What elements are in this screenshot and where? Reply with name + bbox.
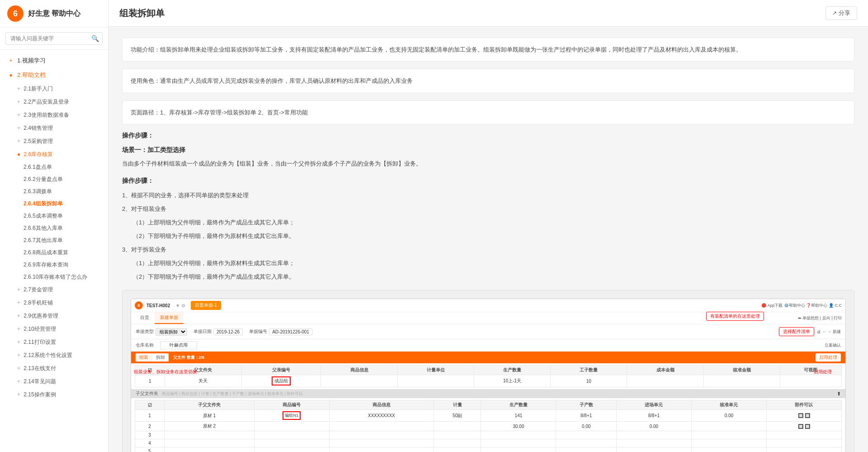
sidebar-item-gc2[interactable]: 2.6.2分量盘点单 (0, 173, 108, 186)
mock-section-header: 组装 拆卸 父文件 数量：2/6 启用处理 组装业务、拆卸业务在这里切换 启用处… (131, 352, 845, 363)
mock-tab-new[interactable]: 新建单据 (155, 312, 184, 324)
steps-list: 1、根据不同的业务，选择不同单据的类型来处理 2、对于组装业务 （1）上部明细为… (122, 190, 854, 283)
sidebar-item-gc5[interactable]: 2.6.5成本调整单 (0, 210, 108, 222)
cell-visual (780, 375, 841, 387)
plus-icon: + (7, 57, 14, 64)
mock-front-order-btn[interactable]: 前置单据-1 (191, 301, 221, 310)
mock-type-dropdown[interactable]: 组装拆卸 (156, 328, 187, 336)
function-intro-text: 功能介绍：组装拆卸单用来处理企业组装或拆卸等加工业务，支持有固定装配清单的产品加… (131, 46, 742, 53)
sidebar-item-new-label: 2.1新手入门 (24, 86, 53, 92)
sidebar-item-coupon[interactable]: + 2.9优惠券管理 (0, 309, 108, 323)
child-row2-folder: 原材 2 (165, 422, 255, 431)
mock-enable-btn[interactable]: 启用处理 (816, 353, 841, 362)
sidebar-item-purchase[interactable]: + 2.5采购管理 (0, 135, 108, 148)
minus-icon: ● (7, 71, 14, 79)
mock-warehouse-input[interactable]: 叶赫贞用 (160, 341, 197, 349)
sidebar-item-new[interactable]: + 2.1新手入门 (0, 82, 108, 95)
child-row2-num (254, 422, 329, 431)
col-check: ☑ (135, 366, 165, 375)
sidebar-item-print[interactable]: + 2.11打印设置 (0, 336, 108, 349)
child-col-folder: 子父文件夹 (165, 400, 255, 410)
mock-tab-home[interactable]: 自贡 (135, 312, 155, 324)
sidebar-item-video[interactable]: + 1.视频学习 (0, 53, 108, 68)
mock-confirm-btn[interactable]: 立案确认 (825, 343, 841, 348)
mock-topbar: 6 TEST-H002 ▼ ⚙ 前置单据-1 🔴 App下载 ⚙️帮助中心 ❓帮… (131, 299, 845, 312)
mock-date-field: 单据日期 2019-12-26 (193, 328, 243, 335)
child-row1-sub: 8/8+1 (556, 410, 616, 422)
minus-icon: ● (17, 151, 20, 157)
sidebar-item-docs[interactable]: ● 2.帮助文档 (0, 68, 108, 82)
table-row: 5 (135, 447, 842, 452)
child-row2-entry: 0.00 (616, 422, 691, 431)
sidebar-item-gc10[interactable]: 2.6.10库存账本错了怎么办 (0, 271, 108, 283)
mock-select-bom-btn[interactable]: 选择配件清单 (779, 327, 814, 336)
cell-approved-amt (703, 375, 780, 387)
sidebar-item-purchase-label: 2.5采购管理 (24, 138, 53, 144)
cell-worker-qty: 10 (551, 375, 627, 387)
content-area: 功能介绍：组装拆卸单用来处理企业组装或拆卸等加工业务，支持有固定装配清单的产品加… (108, 27, 868, 452)
sidebar-item-docs-label: 2.帮助文档 (17, 71, 46, 79)
sidebar-item-sales-label: 2.4销售管理 (24, 125, 53, 131)
sidebar-item-gc3[interactable]: 2.6.3调拨单 (0, 186, 108, 198)
mock-date-input[interactable]: 2019-12-26 (213, 328, 243, 335)
col-goods-info: 商品信息 (321, 366, 397, 375)
child-row1-produce: 141 (481, 410, 556, 422)
page-title: 组装拆卸单 (119, 7, 165, 19)
plus-icon: + (17, 86, 20, 92)
sidebar-item-mobile[interactable]: + 2.8手机旺铺 (0, 296, 108, 309)
child-row2-info (329, 422, 434, 431)
cell-cost-amt (627, 375, 703, 387)
mock-child-expand-icon[interactable]: ⬆ (837, 391, 841, 397)
mock-order-input[interactable]: AD-20191226-001 (269, 328, 312, 335)
nav-section-video: + 1.视频学习 (0, 53, 108, 68)
sidebar-item-gc1[interactable]: 2.6.1盘点单 (0, 161, 108, 173)
sidebar-item-gc7[interactable]: 2.6.7其他出库单 (0, 234, 108, 247)
cell-produce-qty: 10上-1天 (474, 375, 550, 387)
sidebar-item-sales[interactable]: + 2.4销售管理 (0, 122, 108, 135)
child-col-parts: 部件可以 (766, 400, 841, 410)
sidebar-item-inventory[interactable]: ● 2.6库存核算 (0, 148, 108, 161)
col-approved-amt: 核准金额 (703, 366, 780, 375)
col-parent-num: 父亲编号 (241, 366, 321, 375)
mock-switch-disassemble[interactable]: 拆卸 (152, 353, 169, 362)
sidebar-item-data[interactable]: + 2.3使用前数据准备 (0, 109, 108, 122)
child-row1-parts: 🔲 🔲 (766, 410, 841, 422)
sidebar-item-ops[interactable]: + 2.10经营管理 (0, 323, 108, 336)
mock-switch-assemble[interactable]: 组装 (136, 353, 152, 362)
step1: 1、根据不同的业务，选择不同单据的类型来处理 (122, 190, 854, 201)
sidebar-item-gc8[interactable]: 2.6.8商品成本重算 (0, 247, 108, 259)
share-button[interactable]: ↗ 分享 (826, 6, 857, 20)
main-header: 组装拆卸单 ↗ 分享 (108, 0, 868, 27)
sidebar-item-system[interactable]: + 2.12系统个性化设置 (0, 349, 108, 362)
scene1-desc-text: 当由多个子件材料组装成一个成品的业务为【组装】业务，当由一个父件拆分成多个子产品… (122, 158, 854, 170)
child-col-num: 商品编号 (254, 400, 329, 410)
search-input[interactable] (5, 32, 103, 45)
mock-type-label: 单据类型 (136, 328, 154, 335)
sidebar-item-faq[interactable]: + 2.14常见问题 (0, 375, 108, 388)
child-row2-sub: 0.00 (556, 422, 616, 431)
mock-form-area: 单据类型 组装拆卸 单据日期 2019-12-26 单据编号 AD-201912… (131, 324, 845, 339)
nav-grandchildren-inventory: 2.6.1盘点单 2.6.2分量盘点单 2.6.3调拨单 2.6.4组装拆卸单 … (0, 161, 108, 283)
plus-icon: + (17, 352, 20, 358)
nav-section-docs: ● 2.帮助文档 + 2.1新手入门 + 2.2产品安装及登录 + 2.3使用前… (0, 68, 108, 401)
child-row1-approve: 0.00 (691, 410, 766, 422)
search-icon[interactable]: 🔍 (91, 35, 99, 42)
child-row1-info: XXXXXXXXX (329, 410, 434, 422)
mock-section-item-count: 父文件 数量：2/6 (173, 355, 204, 361)
cell-check: 1 (135, 375, 165, 387)
sidebar-item-case[interactable]: + 2.15操作案例 (0, 388, 108, 401)
sidebar-item-print-label: 2.11打印设置 (24, 339, 56, 345)
scene1-desc: 当由多个子件材料组装成一个成品的业务为【组装】业务，当由一个父件拆分成多个子产品… (122, 158, 854, 170)
sidebar-item-install[interactable]: + 2.2产品安装及登录 (0, 95, 108, 109)
child-col-unit: 计量 (434, 400, 481, 410)
share-label: 分享 (839, 9, 850, 17)
child-col-info: 商品信息 (329, 400, 434, 410)
sidebar-item-gc4[interactable]: 2.6.4组装拆卸单 (0, 198, 108, 210)
sidebar-item-pay[interactable]: + 2.13在线支付 (0, 362, 108, 375)
plus-icon: + (17, 339, 20, 345)
sidebar-item-gc9[interactable]: 2.6.9库存账本查询 (0, 259, 108, 271)
sidebar-item-finance[interactable]: + 2.7资金管理 (0, 283, 108, 296)
col-visual: 可视图 (780, 366, 841, 375)
sidebar-item-gc6[interactable]: 2.6.6其他入库单 (0, 222, 108, 234)
step2-sub2: （2）下部明细为子件明细，最终作为原材料生成其它出库单。 (122, 230, 854, 242)
